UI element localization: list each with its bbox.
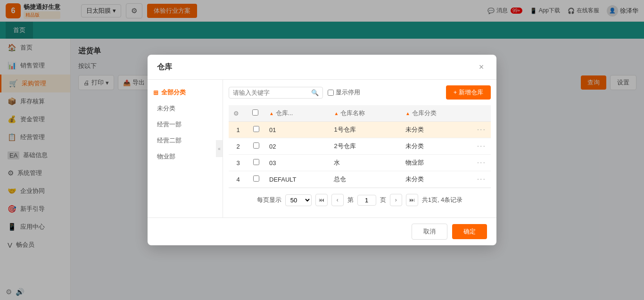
category-item-dept1[interactable]: 经营一部	[148, 117, 223, 133]
page-first-btn[interactable]: ⏮	[315, 194, 328, 206]
td-row-no-3: 3	[229, 155, 248, 171]
row-more-icon-1[interactable]: ···	[477, 125, 486, 133]
td-more-1[interactable]: ···	[472, 122, 491, 138]
td-category-3: 物业部	[401, 155, 472, 171]
pagination: 每页显示 50 20 100 ⏮ ‹ 第 页 › ⏭ 共1页, 4条记录	[229, 188, 491, 212]
table-row[interactable]: 2 02 2号仓库 未分类 ···	[229, 138, 491, 155]
content-panel: 🔍 显示停用 + 新增仓库	[223, 80, 496, 217]
table-body: 1 01 1号仓库 未分类 ··· 2 02 2	[229, 122, 491, 188]
row-checkbox-4[interactable]	[253, 175, 259, 182]
td-name-3: 水	[329, 155, 401, 171]
row-checkbox-3[interactable]	[253, 159, 259, 165]
th-category: ▲ 仓库分类	[401, 105, 472, 122]
td-row-no-4: 4	[229, 171, 248, 188]
category-item-unclassified[interactable]: 未分类	[148, 100, 223, 117]
td-row-no-2: 2	[229, 138, 248, 155]
page-prev-btn[interactable]: ‹	[331, 194, 344, 206]
dialog-footer: 取消 确定	[148, 217, 496, 245]
row-checkbox-2[interactable]	[253, 142, 259, 149]
add-warehouse-button[interactable]: + 新增仓库	[446, 85, 491, 100]
th-settings[interactable]: ⚙	[229, 105, 248, 122]
confirm-button[interactable]: 确定	[452, 224, 487, 239]
td-name-1: 1号仓库	[329, 122, 401, 138]
sort-name-icon: ▲	[334, 111, 339, 116]
warehouse-dialog: 仓库 × ⊞ 全部分类 未分类 经营一部 经营二部 物业部 «	[148, 55, 496, 245]
table-row[interactable]: 3 03 水 物业部 ···	[229, 155, 491, 171]
dialog-title: 仓库	[157, 62, 172, 72]
td-code-1: 01	[264, 122, 329, 138]
row-more-icon-2[interactable]: ···	[477, 142, 486, 150]
per-page-select[interactable]: 50 20 100	[285, 194, 312, 206]
category-collapse-btn[interactable]: «	[216, 140, 223, 157]
th-code: ▲ 仓库...	[264, 105, 329, 122]
category-all[interactable]: ⊞ 全部分类	[148, 84, 223, 100]
page-last-btn[interactable]: ⏭	[406, 194, 418, 206]
show-disabled-check[interactable]	[328, 90, 334, 96]
collapse-left-icon: «	[218, 146, 221, 151]
td-more-3[interactable]: ···	[472, 155, 491, 171]
td-name-4: 总仓	[329, 171, 401, 188]
td-code-3: 03	[264, 155, 329, 171]
row-checkbox-1[interactable]	[253, 126, 259, 132]
td-category-2: 未分类	[401, 138, 472, 155]
table-header-row: ⚙ ▲ 仓库... ▲	[229, 105, 491, 122]
table-row[interactable]: 1 01 1号仓库 未分类 ···	[229, 122, 491, 138]
td-category-4: 未分类	[401, 171, 472, 188]
warehouse-table: ⚙ ▲ 仓库... ▲	[229, 105, 491, 188]
td-code-4: DEFAULT	[264, 171, 329, 188]
td-checkbox-4[interactable]	[248, 171, 264, 188]
page-next-btn[interactable]: ›	[390, 194, 402, 206]
td-checkbox-2[interactable]	[248, 138, 264, 155]
table-head: ⚙ ▲ 仓库... ▲	[229, 105, 491, 122]
td-more-4[interactable]: ···	[472, 171, 491, 188]
search-input[interactable]	[233, 89, 311, 96]
td-name-2: 2号仓库	[329, 138, 401, 155]
cancel-button[interactable]: 取消	[412, 224, 447, 240]
dialog-overlay: 仓库 × ⊞ 全部分类 未分类 经营一部 经营二部 物业部 «	[0, 0, 644, 300]
page-input[interactable]	[357, 195, 376, 206]
dialog-close-button[interactable]: ×	[476, 61, 487, 73]
row-more-icon-4[interactable]: ···	[477, 175, 486, 183]
td-checkbox-3[interactable]	[248, 155, 264, 171]
category-grid-icon: ⊞	[153, 89, 158, 96]
td-more-2[interactable]: ···	[472, 138, 491, 155]
th-gear-icon[interactable]: ⚙	[233, 110, 239, 117]
table-container: ⚙ ▲ 仓库... ▲	[229, 105, 491, 188]
category-item-property[interactable]: 物业部	[148, 149, 223, 165]
td-code-2: 02	[264, 138, 329, 155]
select-all-checkbox[interactable]	[252, 109, 258, 116]
th-name: ▲ 仓库名称	[329, 105, 401, 122]
category-panel: ⊞ 全部分类 未分类 经营一部 经营二部 物业部 «	[148, 80, 223, 217]
table-row[interactable]: 4 DEFAULT 总仓 未分类 ···	[229, 171, 491, 188]
td-category-1: 未分类	[401, 122, 472, 138]
th-more	[472, 105, 491, 122]
dialog-header: 仓库 ×	[148, 55, 496, 80]
category-item-dept2[interactable]: 经营二部	[148, 133, 223, 149]
search-input-wrap: 🔍	[229, 87, 323, 99]
td-row-no-1: 1	[229, 122, 248, 138]
sort-cat-icon: ▲	[405, 111, 410, 116]
search-icon[interactable]: 🔍	[311, 89, 319, 96]
show-disabled-checkbox[interactable]: 显示停用	[328, 88, 360, 97]
dialog-body: ⊞ 全部分类 未分类 经营一部 经营二部 物业部 « 🔍	[148, 80, 496, 217]
sort-icon: ▲	[269, 111, 274, 116]
th-checkbox[interactable]	[248, 105, 264, 122]
search-bar: 🔍 显示停用 + 新增仓库	[229, 85, 491, 100]
td-checkbox-1[interactable]	[248, 122, 264, 138]
row-more-icon-3[interactable]: ···	[477, 158, 486, 167]
